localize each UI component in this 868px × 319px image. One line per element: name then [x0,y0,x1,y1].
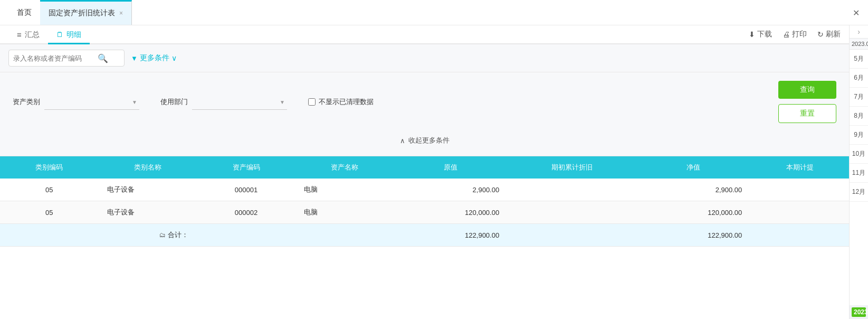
search-input-wrap[interactable]: 🔍 [8,50,125,67]
nav-tab-fixed-assets[interactable]: 固定资产折旧统计表 × [40,0,132,25]
td-total-accumulated [508,224,636,247]
window-close-icon[interactable]: ✕ [853,7,860,17]
print-icon: 🖨 [783,30,790,39]
th-accumulated-depreciation: 期初累计折旧 [508,156,636,179]
chevron-up-icon: ∧ [400,137,405,145]
detail-icon: 🗒 [56,31,63,39]
right-panel: › 2023.01 5月 6月 7月 8月 9月 10月 11月 12月 202… [849,25,868,319]
month-10[interactable]: 10月 [850,145,868,164]
td-total-empty1 [197,224,295,247]
more-conditions-label: 更多条件 [140,53,169,63]
total-row: 🗂合计： 122,900.00 122,900.00 [0,224,849,247]
department-filter: 使用部门 [160,94,287,110]
nav-tab-title: 固定资产折旧统计表 [49,8,115,18]
search-bar: 🔍 ▼ 更多条件 ∨ [0,44,849,72]
td-accumulated-depreciation [508,179,636,201]
month-9[interactable]: 9月 [850,126,868,145]
tab-summary[interactable]: ≡ 汇总 [8,26,48,44]
filter-icon: ▼ [131,54,138,62]
date-display: 2023.01 [852,41,868,47]
month-list: 5月 6月 7月 8月 9月 10月 11月 12月 [850,50,868,305]
th-net-value: 净值 [637,156,751,179]
main-content: ≡ 汇总 🗒 明细 ⬇ 下载 🖨 打印 ↻ [0,25,868,319]
th-original-value: 原值 [394,156,508,179]
asset-category-select[interactable] [44,94,139,110]
department-select-wrap[interactable] [192,94,287,110]
print-label: 打印 [792,30,807,39]
td-category-name: 电子设备 [99,179,197,201]
td-category-code: 05 [0,201,99,224]
td-total-current-period [750,224,849,247]
th-category-code: 类别编码 [0,156,99,179]
year-badge[interactable]: 2023 [852,307,866,317]
td-category-name: 电子设备 [99,201,197,224]
left-panel: ≡ 汇总 🗒 明细 ⬇ 下载 🖨 打印 ↻ [0,25,849,319]
td-original-value: 2,900.00 [394,179,508,201]
td-asset-code: 000001 [197,179,295,201]
td-asset-code: 000002 [197,201,295,224]
hide-cleared-checkbox-item[interactable]: 不显示已清理数据 [308,97,374,107]
data-table: 类别编码 类别名称 资产编码 资产名称 原值 期初累计折旧 净值 本期计提 05… [0,156,849,247]
hide-cleared-label: 不显示已清理数据 [319,97,374,107]
department-select[interactable] [192,94,287,110]
print-button[interactable]: 🖨 打印 [783,30,807,39]
search-icon[interactable]: 🔍 [98,53,108,63]
top-nav: 首页 固定资产折旧统计表 × ✕ [0,0,868,25]
chevron-down-icon: ∨ [171,54,177,62]
td-net-value: 120,000.00 [637,201,751,224]
hide-cleared-checkbox[interactable] [308,98,316,106]
td-total-empty2 [295,224,394,247]
td-category-code: 05 [0,179,99,201]
month-12[interactable]: 12月 [850,183,868,202]
month-6[interactable]: 6月 [850,69,868,88]
department-label: 使用部门 [160,97,188,107]
filter-row: 资产类别 使用部门 [13,81,836,123]
more-conditions-button[interactable]: ▼ 更多条件 ∨ [131,53,177,63]
asset-category-label: 资产类别 [13,97,40,107]
tab-detail[interactable]: 🗒 明细 [48,26,90,44]
tab-detail-label: 明细 [66,30,81,40]
download-button[interactable]: ⬇ 下载 [749,30,772,39]
nav-home[interactable]: 首页 [8,0,40,25]
td-net-value: 2,900.00 [637,179,751,201]
th-current-period: 本期计提 [750,156,849,179]
search-input[interactable] [13,54,98,62]
table-row: 05 电子设备 000002 电脑 120,000.00 120,000.00 [0,201,849,224]
summary-icon: ≡ [17,30,22,39]
td-total-original-value: 122,900.00 [394,224,508,247]
filter-actions: 查询 重置 [778,81,836,123]
td-total-label: 🗂合计： [0,224,197,247]
refresh-label: 刷新 [826,30,841,39]
table-header-row: 类别编码 类别名称 资产编码 资产名称 原值 期初累计折旧 净值 本期计提 [0,156,849,179]
refresh-icon: ↻ [817,30,824,39]
filter-area: 资产类别 使用部门 [0,72,849,156]
reset-button[interactable]: 重置 [778,104,836,123]
td-asset-name: 电脑 [295,179,394,201]
td-current-period [750,179,849,201]
td-original-value: 120,000.00 [394,201,508,224]
download-label: 下载 [757,30,772,39]
asset-category-select-wrap[interactable] [44,94,139,110]
toolbar: ⬇ 下载 🖨 打印 ↻ 刷新 [740,25,849,43]
th-asset-name: 资产名称 [295,156,394,179]
month-5[interactable]: 5月 [850,50,868,69]
nav-tab-close-icon[interactable]: × [119,10,123,17]
refresh-button[interactable]: ↻ 刷新 [817,30,841,39]
td-accumulated-depreciation [508,201,636,224]
th-category-name: 类别名称 [99,156,197,179]
table-row: 05 电子设备 000001 电脑 2,900.00 2,900.00 [0,179,849,201]
asset-category-filter: 资产类别 [13,94,139,110]
month-7[interactable]: 7月 [850,88,868,107]
month-8[interactable]: 8月 [850,107,868,126]
tab-summary-label: 汇总 [25,30,40,40]
chevron-right-icon[interactable]: › [857,27,860,36]
td-current-period [750,201,849,224]
th-asset-code: 资产编码 [197,156,295,179]
collapse-label: 收起更多条件 [408,136,450,145]
month-11[interactable]: 11月 [850,164,868,183]
collapse-button[interactable]: ∧ 收起更多条件 [13,132,836,147]
table-wrap: 类别编码 类别名称 资产编码 资产名称 原值 期初累计折旧 净值 本期计提 05… [0,156,849,319]
td-total-net-value: 122,900.00 [637,224,751,247]
td-asset-name: 电脑 [295,201,394,224]
query-button[interactable]: 查询 [778,81,836,99]
